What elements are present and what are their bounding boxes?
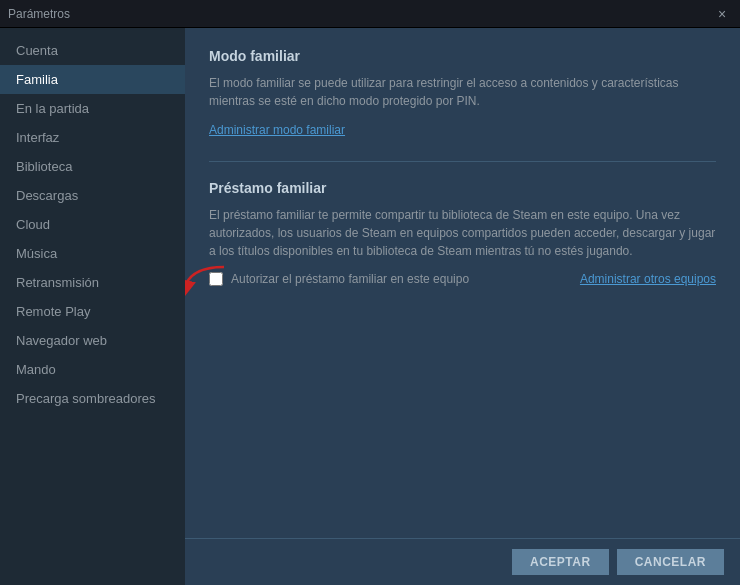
- prestamo-familiar-title: Préstamo familiar: [209, 180, 716, 196]
- administrar-otros-equipos-link[interactable]: Administrar otros equipos: [580, 272, 716, 286]
- window-title: Parámetros: [8, 7, 70, 21]
- sidebar-item-mando[interactable]: Mando: [0, 355, 185, 384]
- autorizar-checkbox-row: Autorizar el préstamo familiar en este e…: [209, 272, 716, 286]
- sidebar-item-navegador-web[interactable]: Navegador web: [0, 326, 185, 355]
- sidebar-item-biblioteca[interactable]: Biblioteca: [0, 152, 185, 181]
- sidebar-item-en-la-partida[interactable]: En la partida: [0, 94, 185, 123]
- sidebar-item-interfaz[interactable]: Interfaz: [0, 123, 185, 152]
- administrar-modo-familiar-link[interactable]: Administrar modo familiar: [209, 123, 345, 137]
- content-area: Modo familiar El modo familiar se puede …: [185, 28, 740, 585]
- sidebar: Cuenta Familia En la partida Interfaz Bi…: [0, 28, 185, 585]
- close-button[interactable]: ×: [712, 4, 732, 24]
- sidebar-item-familia[interactable]: Familia: [0, 65, 185, 94]
- modo-familiar-description: El modo familiar se puede utilizar para …: [209, 74, 716, 110]
- sidebar-item-cuenta[interactable]: Cuenta: [0, 36, 185, 65]
- sidebar-item-remote-play[interactable]: Remote Play: [0, 297, 185, 326]
- autorizar-checkbox-label: Autorizar el préstamo familiar en este e…: [231, 272, 469, 286]
- title-bar: Parámetros ×: [0, 0, 740, 28]
- sidebar-item-cloud[interactable]: Cloud: [0, 210, 185, 239]
- sidebar-item-descargas[interactable]: Descargas: [0, 181, 185, 210]
- sidebar-item-musica[interactable]: Música: [0, 239, 185, 268]
- footer: ACEPTAR CANCELAR: [185, 538, 740, 585]
- main-layout: Cuenta Familia En la partida Interfaz Bi…: [0, 28, 740, 585]
- content-inner: Modo familiar El modo familiar se puede …: [185, 28, 740, 538]
- prestamo-familiar-description: El préstamo familiar te permite comparti…: [209, 206, 716, 260]
- annotation-arrow: [185, 262, 229, 302]
- title-bar-controls: ×: [712, 4, 732, 24]
- accept-button[interactable]: ACEPTAR: [512, 549, 609, 575]
- modo-familiar-section: Modo familiar El modo familiar se puede …: [209, 48, 716, 141]
- sidebar-item-retransmision[interactable]: Retransmisión: [0, 268, 185, 297]
- sidebar-item-precarga-sombreadores[interactable]: Precarga sombreadores: [0, 384, 185, 413]
- section-divider: [209, 161, 716, 162]
- prestamo-familiar-section: Préstamo familiar El préstamo familiar t…: [209, 180, 716, 286]
- cancel-button[interactable]: CANCELAR: [617, 549, 724, 575]
- modo-familiar-title: Modo familiar: [209, 48, 716, 64]
